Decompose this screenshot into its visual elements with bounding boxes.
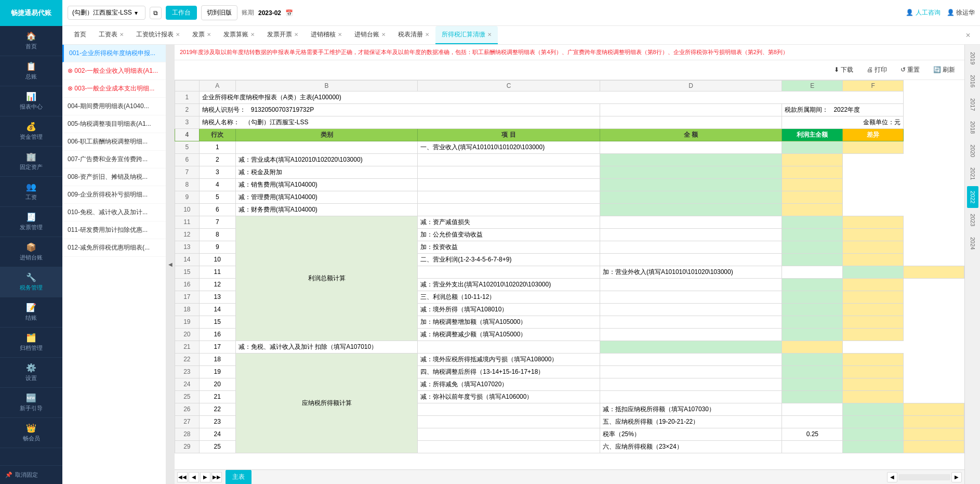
diff-cell[interactable] [782, 203, 843, 216]
sidebar-item-home[interactable]: 🏠 首页 [0, 26, 62, 56]
item-cell[interactable]: 加：公允价值变动收益 [418, 228, 600, 241]
diff-cell[interactable] [782, 166, 843, 178]
profit-cell[interactable] [782, 141, 843, 153]
diff-cell[interactable] [843, 291, 904, 303]
tab-invoice-issue-close[interactable]: ✕ [294, 32, 298, 37]
item-cell[interactable]: 减：销售费用(填写A104000) [235, 178, 418, 191]
sidebar-item-asset[interactable]: 🏢 固定资产 [0, 147, 62, 177]
line-num-cell[interactable]: 4 [199, 178, 235, 191]
sidebar-item-member[interactable]: 👑 畅会员 [0, 418, 62, 448]
item-cell[interactable]: 减：境外所得（填写A108010） [418, 303, 600, 316]
profit-cell[interactable] [782, 303, 843, 316]
calendar-icon[interactable]: 📅 [285, 9, 293, 17]
line-num-cell[interactable]: 1 [199, 141, 235, 153]
tab-invoice-issue[interactable]: 发票开票 ✕ [261, 26, 304, 44]
amount-cell[interactable] [418, 341, 600, 353]
left-panel-item-002[interactable]: ⊗ 002-一般企业收入明细表(A1... [62, 62, 166, 80]
profit-cell[interactable] [843, 440, 904, 453]
amount-cell[interactable] [600, 316, 782, 328]
tab-tax-schedule[interactable]: 税表清册 ✕ [392, 26, 435, 44]
amount-cell[interactable] [600, 228, 782, 241]
profit-cell[interactable] [782, 390, 843, 403]
profit-cell[interactable] [843, 428, 904, 440]
diff-cell[interactable] [904, 440, 964, 453]
line-num-cell[interactable]: 13 [199, 291, 235, 303]
item-cell[interactable]: 减：营业成本(填写A102010\102020\103000) [235, 153, 418, 166]
left-panel-item-010[interactable]: 010-免税、减计收入及加计... [62, 204, 166, 221]
item-cell[interactable]: 减：管理费用(填写A104000) [235, 191, 418, 203]
tab-purchase-check-close[interactable]: ✕ [338, 32, 342, 37]
left-panel-item-004[interactable]: 004-期间费用明细表(A1040... [62, 98, 166, 115]
year-item-2024[interactable]: 2024 [967, 232, 978, 254]
tab-tax-annual[interactable]: 所得税汇算清缴 ✕ [435, 26, 498, 44]
diff-cell[interactable] [904, 428, 964, 440]
diff-cell[interactable] [904, 266, 964, 278]
profit-cell[interactable] [600, 166, 782, 178]
left-panel-item-003[interactable]: ⊗ 003-一般企业成本支出明细... [62, 80, 166, 98]
amount-cell[interactable] [418, 191, 600, 203]
profit-cell[interactable] [782, 253, 843, 266]
amount-cell[interactable] [418, 203, 600, 216]
item-cell[interactable]: 减：税金及附加 [235, 166, 418, 178]
sheet-last-button[interactable]: ▶▶ [211, 472, 222, 482]
ai-service[interactable]: 👤 人工咨询 [906, 8, 940, 17]
diff-cell[interactable] [843, 316, 904, 328]
tab-salary-close[interactable]: ✕ [120, 32, 124, 37]
tab-purchase-ledger-close[interactable]: ✕ [381, 32, 386, 37]
refresh-button[interactable]: 🔄 刷新 [929, 63, 959, 76]
amount-cell[interactable] [782, 415, 843, 428]
item-cell[interactable]: 加：纳税调整增加额（填写A105000） [418, 316, 600, 328]
amount-cell[interactable] [418, 153, 600, 166]
diff-cell[interactable] [843, 141, 904, 153]
left-panel-item-009[interactable]: 009-企业所得税补亏损明细... [62, 186, 166, 204]
profit-cell[interactable] [600, 191, 782, 203]
tab-purchase-ledger[interactable]: 进销台账 ✕ [348, 26, 392, 44]
tab-home[interactable]: 首页 [68, 26, 92, 44]
sidebar-item-guide[interactable]: 🆕 新手引导 [0, 388, 62, 418]
amount-cell[interactable] [600, 216, 782, 228]
profit-cell[interactable] [782, 241, 843, 253]
year-item-2020[interactable]: 2020 [967, 140, 978, 162]
tab-salary[interactable]: 工资表 ✕ [92, 26, 130, 44]
tab-invoice[interactable]: 发票 ✕ [186, 26, 217, 44]
reset-button[interactable]: ↺ 重置 [896, 63, 924, 76]
diff-cell[interactable] [904, 415, 964, 428]
amount-cell[interactable] [600, 378, 782, 390]
sidebar-item-invoice[interactable]: 🧾 发票管理 [0, 207, 62, 237]
year-item-2019[interactable]: 2019 [967, 47, 978, 69]
diff-cell[interactable] [782, 153, 843, 166]
sidebar-item-tax[interactable]: 🔧 税务管理 [0, 267, 62, 297]
scroll-right-btn[interactable]: ▶ [951, 472, 962, 482]
line-num-cell[interactable]: 15 [199, 316, 235, 328]
line-num-cell[interactable]: 23 [199, 415, 235, 428]
item-cell[interactable]: 五、应纳税所得额（19-20-21-22） [600, 415, 782, 428]
line-num-cell[interactable]: 3 [199, 166, 235, 178]
year-item-2022[interactable]: 2022 [967, 186, 978, 208]
tab-tax-schedule-close[interactable]: ✕ [425, 32, 429, 37]
line-num-cell[interactable]: 12 [199, 278, 235, 291]
item-cell[interactable]: 减：纳税调整减少额（填写A105000） [418, 328, 600, 341]
sidebar-item-settings[interactable]: ⚙️ 设置 [0, 358, 62, 388]
left-panel-item-011[interactable]: 011-研发费用加计扣除优惠... [62, 221, 166, 239]
item-cell[interactable]: 减：境外应税所得抵减境内亏损（填写A108000） [418, 353, 600, 365]
item-cell[interactable]: 六、应纳所得税额（23×24） [600, 440, 782, 453]
workbench-button[interactable]: 工作台 [166, 6, 197, 20]
item-cell[interactable]: 加：营业外收入(填写A101010\101020\103000) [600, 266, 782, 278]
amount-cell[interactable] [600, 278, 782, 291]
tab-salary-report[interactable]: 工资统计报表 ✕ [130, 26, 186, 44]
amount-cell[interactable] [600, 291, 782, 303]
tab-salary-report-close[interactable]: ✕ [176, 32, 180, 37]
sidebar-item-fund[interactable]: 💰 资金管理 [0, 116, 62, 147]
left-panel-item-001[interactable]: 001-企业所得税年度纳税申报... [62, 45, 166, 62]
left-panel-item-007[interactable]: 007-广告费和业务宣传费跨... [62, 151, 166, 168]
line-num-cell[interactable]: 19 [199, 365, 235, 378]
line-num-cell[interactable]: 6 [199, 203, 235, 216]
item-cell[interactable]: 四、纳税调整后所得（13-14+15-16-17+18） [418, 365, 600, 378]
line-num-cell[interactable]: 14 [199, 303, 235, 316]
diff-cell[interactable] [843, 328, 904, 341]
profit-cell[interactable] [782, 365, 843, 378]
year-item-2023[interactable]: 2023 [967, 209, 978, 231]
amount-cell[interactable] [418, 178, 600, 191]
amount-cell[interactable] [600, 141, 782, 153]
horizontal-scrollbar[interactable] [898, 474, 950, 480]
